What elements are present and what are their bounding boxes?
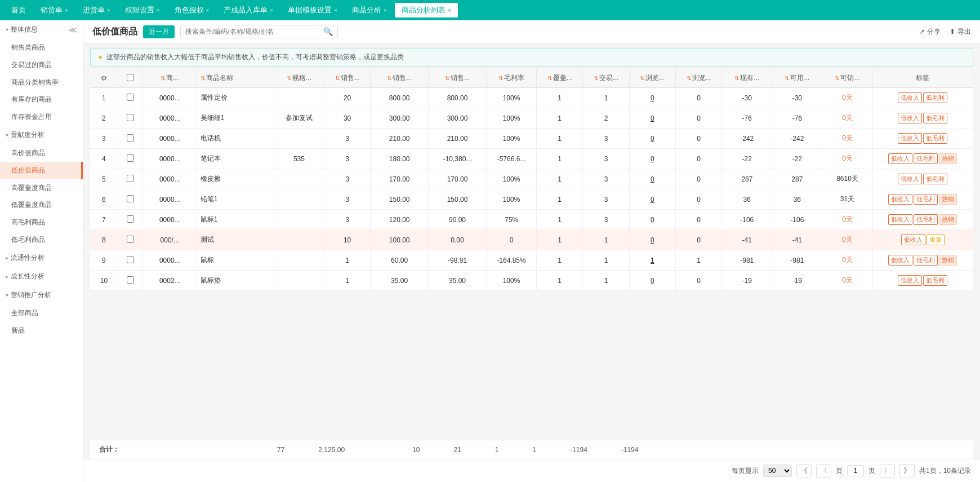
sidebar-item-inventory-capital[interactable]: 库存资金占用 xyxy=(0,108,83,126)
content-area: 低价值商品 近一月 🔍 ↗ 分享 ⬆ 导出 ✦ 这部分商品的销售收入大幅低于商品… xyxy=(83,20,980,482)
sidebar-section-growth[interactable]: ▸ 成长性分析 xyxy=(0,267,83,286)
total-browse1: 1 xyxy=(495,446,499,454)
first-page-button[interactable]: 《 xyxy=(796,464,812,477)
nav-close-permission[interactable]: × xyxy=(157,7,160,14)
row-checkbox[interactable] xyxy=(127,215,134,223)
row-qty: 3 xyxy=(324,169,370,189)
col-header-browse1: ⇅浏览... xyxy=(629,69,675,88)
per-page-select[interactable]: 50 100 200 xyxy=(763,465,792,477)
nav-close-product-stock[interactable]: × xyxy=(270,7,273,14)
sidebar-section-contribution[interactable]: ▾ 贡献度分析 xyxy=(0,126,83,144)
sidebar-section-liquidity[interactable]: ▸ 流通性分析 xyxy=(0,249,83,267)
row-sales3: 800.00 xyxy=(429,88,487,108)
row-cover: 1 xyxy=(537,149,583,169)
sidebar-item-low-coverage[interactable]: 低覆盖度商品 xyxy=(0,196,83,214)
row-spec xyxy=(274,271,324,291)
table-row: 8 000/... 测试 10 100.00 0.00 0 1 1 0 0 -4… xyxy=(90,230,973,250)
row-trade: 3 xyxy=(583,149,629,169)
row-tags: 低收入低毛利 xyxy=(872,108,973,129)
nav-product-stock[interactable]: 产成品入库单 × xyxy=(217,3,280,17)
search-input[interactable] xyxy=(185,28,320,36)
sidebar-section-marketing[interactable]: ▾ 营销推广分析 xyxy=(0,286,83,304)
row-checkbox-cell xyxy=(118,88,142,108)
row-sales3: 300.00 xyxy=(429,108,487,129)
table-row: 1 0000... 属性定价 20 800.00 800.00 100% 1 1… xyxy=(90,88,973,108)
sidebar-item-traded-goods[interactable]: 交易过的商品 xyxy=(0,56,83,74)
nav-template[interactable]: 单据模板设置 × xyxy=(281,3,344,17)
settings-header[interactable]: ⚙ xyxy=(90,69,118,88)
share-button[interactable]: ↗ 分享 xyxy=(919,27,941,37)
row-checkbox[interactable] xyxy=(127,276,134,284)
sidebar-item-high-coverage[interactable]: 高覆盖度商品 xyxy=(0,179,83,197)
row-browse2: 0 xyxy=(675,210,721,230)
total-trade: 21 xyxy=(453,446,461,454)
row-checkbox[interactable] xyxy=(127,94,134,101)
row-browse2: 0 xyxy=(675,169,721,189)
main-layout: ▾ 整体信息 ≪ 销售类商品 交易过的商品 商品分类销售率 有库存的商品 库存资… xyxy=(0,20,980,482)
row-checkbox[interactable] xyxy=(127,114,134,121)
page-number-input[interactable] xyxy=(847,465,864,476)
col-header-gross: ⇅毛利率 xyxy=(486,69,536,88)
row-qty: 20 xyxy=(324,88,370,108)
sidebar-item-high-value[interactable]: 高价值商品 xyxy=(0,144,83,162)
nav-purchase[interactable]: 进货单 × xyxy=(76,3,117,17)
nav-close-purchase[interactable]: × xyxy=(107,7,110,14)
nav-close-analysis-list[interactable]: × xyxy=(448,7,451,14)
sidebar-item-new-goods[interactable]: 新品 xyxy=(0,322,83,339)
row-qty: 3 xyxy=(324,189,370,210)
nav-close-role[interactable]: × xyxy=(206,7,210,14)
row-checkbox[interactable] xyxy=(127,175,134,182)
chevron-down-icon: ▾ xyxy=(6,26,8,33)
nav-permission[interactable]: 权限设置 × xyxy=(118,3,167,17)
nav-product-analysis[interactable]: 商品分析 × xyxy=(345,3,394,17)
time-filter-button[interactable]: 近一月 xyxy=(143,25,175,38)
prev-page-button[interactable]: 〈 xyxy=(816,464,831,477)
row-stock1: -30 xyxy=(722,88,772,108)
col-header-sales3: ⇅销售... xyxy=(429,69,487,88)
sidebar-item-sales-goods[interactable]: 销售类商品 xyxy=(0,39,83,56)
nav-sales-order[interactable]: 销货单 × xyxy=(34,3,75,17)
row-tags: 低收入重量 xyxy=(872,230,973,250)
row-name: 铅笔1 xyxy=(197,189,274,210)
nav-role[interactable]: 角色授权 × xyxy=(168,3,216,17)
sidebar-item-high-margin[interactable]: 高毛利商品 xyxy=(0,214,83,231)
row-checkbox[interactable] xyxy=(127,236,134,243)
sidebar: ▾ 整体信息 ≪ 销售类商品 交易过的商品 商品分类销售率 有库存的商品 库存资… xyxy=(0,20,83,482)
sidebar-item-category-rate[interactable]: 商品分类销售率 xyxy=(0,74,83,91)
row-checkbox-cell xyxy=(118,250,142,271)
row-trade: 2 xyxy=(583,108,629,129)
row-days: 0天 xyxy=(822,250,872,271)
sidebar-item-low-value[interactable]: 低价值商品 xyxy=(0,162,83,179)
chevron-right-icon: ▸ xyxy=(6,255,8,261)
row-amt: 100.00 xyxy=(371,230,429,250)
row-checkbox[interactable] xyxy=(127,195,134,202)
row-num: 3 xyxy=(90,129,118,149)
row-checkbox[interactable] xyxy=(127,154,134,162)
search-icon[interactable]: 🔍 xyxy=(323,27,333,36)
row-gross: -5766.6... xyxy=(486,149,536,169)
sidebar-item-all-goods[interactable]: 全部商品 xyxy=(0,304,83,322)
row-sales3: -98.91 xyxy=(429,250,487,271)
row-code: 0002... xyxy=(142,271,197,291)
row-sales3: 210.00 xyxy=(429,129,487,149)
sidebar-section-overall[interactable]: ▾ 整体信息 ≪ xyxy=(0,20,83,39)
nav-close-analysis[interactable]: × xyxy=(384,7,387,14)
row-browse2: 0 xyxy=(675,149,721,169)
sidebar-item-inventory-goods[interactable]: 有库存的商品 xyxy=(0,91,83,108)
row-checkbox[interactable] xyxy=(127,256,134,263)
nav-close-template[interactable]: × xyxy=(334,7,337,14)
row-tags: 低收入低毛利热销 xyxy=(872,250,973,271)
row-trade: 1 xyxy=(583,230,629,250)
nav-product-analysis-list[interactable]: 商品分析列表 × xyxy=(395,3,458,17)
nav-close-sales-order[interactable]: × xyxy=(65,7,68,14)
next-page-button[interactable]: 〉 xyxy=(880,464,895,477)
select-all-checkbox[interactable] xyxy=(127,74,134,81)
row-checkbox[interactable] xyxy=(127,134,134,141)
last-page-button[interactable]: 》 xyxy=(899,464,915,477)
sidebar-collapse-btn[interactable]: ≪ xyxy=(69,25,77,34)
row-spec xyxy=(274,210,324,230)
row-tags: 低收入低毛利热销 xyxy=(872,189,973,210)
nav-home[interactable]: 首页 xyxy=(5,3,33,17)
export-button[interactable]: ⬆ 导出 xyxy=(950,27,971,37)
sidebar-item-low-margin[interactable]: 低毛利商品 xyxy=(0,231,83,249)
